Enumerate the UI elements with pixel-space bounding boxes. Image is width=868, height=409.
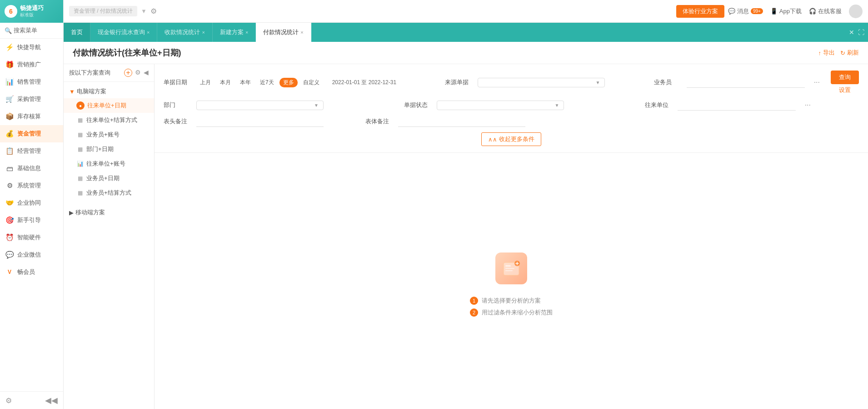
sidebar-item-basic-info[interactable]: 🗃 基础信息	[0, 160, 63, 177]
tabs-controls: ✕ ⛶	[845, 23, 868, 42]
scheme-staff-settle[interactable]: ▦ 业务员+结算方式	[64, 186, 154, 200]
footer-collapse-btn[interactable]: ◀◀	[45, 395, 58, 405]
bill-status-select[interactable]: ▼	[437, 101, 564, 110]
left-panel-header: 按以下方案查询 + ⚙ ◀	[64, 64, 154, 82]
desktop-section-header[interactable]: ▼ 电脑端方案	[64, 85, 154, 98]
refresh-btn[interactable]: ↻ 刷新	[840, 49, 859, 57]
app-info: 畅捷通巧 标准版	[20, 5, 44, 18]
settings-link[interactable]: 设置	[831, 86, 859, 94]
scheme-partner-account[interactable]: 📊 往来单位+账号	[64, 157, 154, 171]
scheme-icon: ▦	[76, 116, 84, 124]
left-panel-icons: + ⚙ ◀	[124, 69, 149, 77]
tab-receipt-stats-label: 收款情况统计	[165, 28, 200, 36]
sidebar-item-label: 销售管理	[17, 78, 41, 86]
date-opt-7days[interactable]: 近7天	[256, 77, 278, 88]
sidebar-item-guide[interactable]: 🎯 新手引导	[0, 212, 63, 229]
tab-receipt-stats-close[interactable]: ×	[202, 30, 205, 35]
mobile-section-header[interactable]: ▶ 移动端方案	[64, 206, 154, 219]
wechat-icon: 💬	[5, 251, 14, 259]
dept-select[interactable]: ▼	[196, 101, 324, 110]
footer-settings-icon[interactable]: ⚙	[5, 396, 12, 405]
sidebar-item-sales[interactable]: 📊 销售管理	[0, 73, 63, 91]
operations-icon: 📋	[5, 147, 14, 155]
sidebar-item-operations[interactable]: 📋 经营管理	[0, 142, 63, 160]
tab-payment-stats-close[interactable]: ×	[300, 30, 303, 35]
scheme-partner-date[interactable]: ● 往来单位+日期	[64, 98, 154, 113]
topbar-breadcrumb: 资金管理 / 付款情况统计	[69, 6, 137, 16]
query-btn[interactable]: 查询	[831, 71, 859, 84]
date-opt-custom[interactable]: 自定义	[299, 77, 323, 88]
scheme-active-icon: ●	[76, 101, 85, 110]
message-btn[interactable]: 💬 消息 99+	[728, 7, 763, 15]
sidebar-item-label: 快捷导航	[17, 43, 41, 51]
staff-dots[interactable]: ···	[814, 78, 820, 86]
close-all-tabs-btn[interactable]: ✕	[849, 29, 854, 36]
staff-label: 业务员	[654, 78, 679, 86]
tab-payment-stats[interactable]: 付款情况统计 ×	[256, 23, 311, 42]
sidebar-item-enterprise[interactable]: 🤝 企业协同	[0, 194, 63, 212]
partner-dots[interactable]: ···	[805, 101, 811, 109]
table-head-note-input[interactable]	[196, 116, 324, 127]
scheme-icon: ▦	[76, 175, 84, 182]
source-bill-label: 来源单据	[445, 78, 470, 86]
app-download-btn[interactable]: 📱 App下载	[770, 7, 802, 15]
add-scheme-icon[interactable]: +	[124, 69, 132, 77]
scheme-settings-icon[interactable]: ⚙	[135, 69, 141, 77]
sidebar-item-purchase[interactable]: 🛒 采购管理	[0, 91, 63, 108]
dept-arrow: ▼	[314, 103, 319, 108]
content-area: 按以下方案查询 + ⚙ ◀ ▼ 电脑端方案 ● 往来单位+日期 ▦	[64, 64, 868, 409]
tab-bank-flow[interactable]: 现金银行流水查询 ×	[90, 23, 157, 42]
empty-tip-2: 2 用过滤条件来缩小分析范围	[470, 308, 553, 317]
user-avatar[interactable]	[849, 5, 863, 18]
sidebar-item-marketing[interactable]: 🎁 营销推广	[0, 56, 63, 73]
search-menu[interactable]: 🔍 搜索菜单	[0, 23, 63, 39]
scheme-partner-settle[interactable]: ▦ 往来单位+结算方式	[64, 113, 154, 127]
scheme-label: 业务员+账号	[86, 131, 120, 139]
tab-new-scheme[interactable]: 新建方案 ×	[213, 23, 256, 42]
date-options: 上月 本月 本年 近7天 更多 自定义	[196, 77, 323, 88]
sidebar-nav: ⚡ 快捷导航 🎁 营销推广 📊 销售管理 🛒 采购管理 📦 库存核算 💰 资金管…	[0, 39, 63, 391]
sidebar-item-inventory[interactable]: 📦 库存核算	[0, 108, 63, 125]
enterprise-icon: 🤝	[5, 199, 14, 207]
finance-icon: 💰	[5, 130, 14, 138]
panel-collapse-icon[interactable]: ◀	[144, 69, 149, 77]
empty-icon-box	[495, 252, 527, 284]
tab-home[interactable]: 首页	[64, 23, 90, 42]
source-bill-select[interactable]: ▼	[478, 78, 605, 87]
svg-rect-3	[505, 270, 513, 271]
sidebar-item-system[interactable]: ⚙ 系统管理	[0, 177, 63, 194]
tabs-bar: 首页 现金银行流水查询 × 收款情况统计 × 新建方案 × 付款情况统计 × ✕…	[64, 23, 868, 42]
table-body-note-input[interactable]	[398, 116, 525, 127]
sidebar-item-quick-nav[interactable]: ⚡ 快捷导航	[0, 39, 63, 56]
scheme-staff-date[interactable]: ▦ 业务员+日期	[64, 171, 154, 186]
date-opt-this-year[interactable]: 本年	[236, 77, 254, 88]
topbar-settings-icon[interactable]: ⚙	[150, 7, 157, 15]
staff-input[interactable]	[687, 77, 805, 88]
tab-receipt-stats[interactable]: 收款情况统计 ×	[157, 23, 212, 42]
date-opt-more[interactable]: 更多	[279, 78, 298, 87]
collapse-more-btn[interactable]: ∧∧ 收起更多条件	[481, 132, 541, 146]
empty-state: 1 请先选择要分析的方案 2 用过滤条件来缩小分析范围	[155, 153, 868, 409]
app-name: 畅捷通巧	[20, 5, 44, 12]
tab-new-scheme-close[interactable]: ×	[245, 30, 248, 35]
maximize-btn[interactable]: ⛶	[858, 29, 864, 36]
sidebar-item-wechat[interactable]: 💬 企业微信	[0, 246, 63, 263]
partner-input[interactable]	[678, 100, 796, 111]
sidebar-item-member[interactable]: V 畅会员	[0, 263, 63, 281]
export-btn[interactable]: ↑ 导出	[818, 49, 835, 57]
scheme-label: 往来单位+结算方式	[86, 116, 137, 124]
tab-bank-flow-close[interactable]: ×	[147, 30, 150, 35]
date-opt-last-month[interactable]: 上月	[196, 77, 215, 88]
sidebar-item-finance[interactable]: 💰 资金管理	[0, 125, 63, 142]
scheme-dept-date[interactable]: ▦ 部门+日期	[64, 142, 154, 157]
scheme-staff-account[interactable]: ▦ 业务员+账号	[64, 127, 154, 142]
scheme-label: 往来单位+账号	[86, 160, 125, 168]
online-service-btn[interactable]: 🎧 在线客服	[809, 7, 842, 15]
topbar-arrow: ▼	[141, 8, 147, 15]
member-icon: V	[5, 268, 14, 276]
date-opt-this-month[interactable]: 本月	[216, 77, 234, 88]
date-range-display: 2022-01-01 至 2022-12-31	[332, 79, 396, 86]
trial-btn[interactable]: 体验行业方案	[676, 5, 724, 18]
left-panel: 按以下方案查询 + ⚙ ◀ ▼ 电脑端方案 ● 往来单位+日期 ▦	[64, 64, 155, 409]
sidebar-item-hardware[interactable]: ⏰ 智能硬件	[0, 229, 63, 246]
